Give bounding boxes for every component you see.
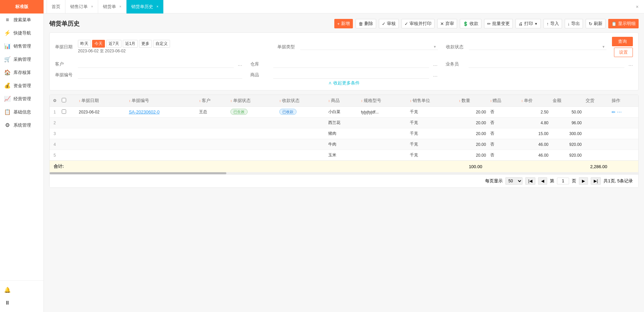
row-gear-4: 5 (50, 150, 60, 161)
next-page-button[interactable]: ▶ (579, 177, 588, 185)
tabs-close-all[interactable]: × (633, 4, 641, 9)
refresh-button[interactable]: ↻ 刷新 (586, 19, 606, 28)
batch-change-button[interactable]: ✏ 批量变更 (484, 19, 513, 28)
export-icon: ↓ (568, 21, 570, 26)
tab-sales-history[interactable]: 销货单历史 × (127, 0, 164, 14)
delete-button[interactable]: 🗑 删除 (356, 19, 376, 28)
table-footer: 合计: 100.00 2,286.00 (50, 160, 638, 172)
show-detail-button[interactable]: 📋 显示明细 (608, 19, 639, 28)
doc-no-link-0[interactable]: SA-20230602-0 (129, 109, 160, 114)
th-goods[interactable]: 商品 (326, 95, 359, 107)
row-doc-status-2 (228, 128, 277, 139)
tab-sales-delivery-close[interactable]: × (119, 5, 121, 8)
row-gear-3: 4 (50, 139, 60, 150)
th-customer[interactable]: 客户 (197, 95, 228, 107)
row-operation-0: ✏⋯ (610, 107, 638, 118)
month-btn[interactable]: 近1月 (123, 40, 138, 48)
tab-sales-history-close[interactable]: × (157, 5, 159, 8)
abandon-button[interactable]: ✕ 弃审 (437, 19, 457, 28)
query-button[interactable]: 查询 (612, 37, 633, 46)
date-buttons: 昨天 今天 近7天 近1月 更多 自定义 (78, 40, 170, 48)
th-amount-label: 金额 (553, 98, 561, 103)
tab-sales-delivery[interactable]: 销货单 × (98, 0, 127, 14)
more-op-icon-0[interactable]: ⋯ (617, 109, 622, 115)
th-settings[interactable]: ⚙ (50, 95, 60, 107)
audit-button[interactable]: ✓ 审核 (379, 19, 399, 28)
th-sales-unit[interactable]: 销售单位 (408, 95, 457, 107)
sidebar-item-sales-mgmt[interactable]: 📊 销售管理 (0, 40, 44, 53)
audit-icon: ✓ (382, 21, 386, 26)
print-button[interactable]: 🖨 打印 ▼ (515, 19, 541, 28)
audit-print-button[interactable]: ✓ 审核并打印 (401, 19, 435, 28)
payment-status-badge-0: 已收款 (279, 109, 297, 115)
payment-status-select[interactable]: ▼ (469, 44, 607, 50)
th-doc-date[interactable]: 单据日期 (77, 95, 127, 107)
edit-icon-0[interactable]: ✏ (612, 109, 616, 115)
th-spec[interactable]: 规格型号 (359, 95, 408, 107)
tab-sales-order-close[interactable]: × (91, 5, 93, 8)
warehouse-input[interactable] (273, 60, 429, 68)
customer-dots[interactable]: ... (238, 61, 242, 67)
first-page-button[interactable]: |◀ (525, 177, 535, 185)
import-button[interactable]: ↑ 导入 (543, 19, 562, 28)
salesman-dots[interactable]: ... (628, 61, 633, 67)
row-customer-4 (197, 150, 228, 161)
new-button[interactable]: + 新增 (334, 19, 353, 28)
new-icon: + (337, 21, 340, 26)
page-title: 销货单历史 (49, 20, 80, 28)
salesman-input[interactable] (469, 60, 624, 68)
per-page-select[interactable]: 50 100 200 (505, 177, 523, 185)
sidebar-notification[interactable]: 🔔 (0, 283, 44, 296)
sidebar-item-label: 系统管理 (13, 122, 31, 128)
sidebar-item-ops-mgmt[interactable]: 📈 经营管理 (0, 92, 44, 105)
docno-input[interactable] (78, 71, 242, 79)
th-doc-status[interactable]: 单据状态 (228, 95, 277, 107)
row-gift-3: 否 (488, 139, 520, 150)
set-button[interactable]: 设置 (614, 48, 633, 57)
th-quantity[interactable]: 数量 (457, 95, 488, 107)
doctype-select[interactable]: ▼ (300, 44, 438, 50)
sidebar-item-basic-info[interactable]: 📋 基础信息 (0, 105, 44, 119)
sidebar-pause[interactable]: ⏸ (0, 296, 44, 309)
tab-sales-order[interactable]: 销售订单 × (65, 0, 98, 14)
export-button[interactable]: ↓ 导出 (565, 19, 583, 28)
th-gift[interactable]: 赠品 (488, 95, 520, 107)
custom-btn[interactable]: 自定义 (153, 40, 170, 48)
sidebar-logo: 标准版 (0, 0, 44, 14)
last-page-button[interactable]: ▶| (591, 177, 601, 185)
sidebar-item-search-menu[interactable]: ≡ 搜索菜单 (0, 14, 44, 26)
page-input[interactable] (557, 178, 569, 184)
th-payment-status[interactable]: 收款状态 (277, 95, 326, 107)
yesterday-btn[interactable]: 昨天 (78, 40, 91, 48)
sidebar: 标准版 ≡ 搜索菜单 ⚡ 快捷导航 📊 销售管理 🛒 采购管理 🏠 库存核算 💰… (0, 0, 44, 312)
sidebar-item-label: 采购管理 (13, 56, 31, 62)
more-btn[interactable]: 更多 (139, 40, 152, 48)
sidebar-item-quick-nav[interactable]: ⚡ 快捷导航 (0, 26, 44, 40)
select-all-checkbox[interactable] (62, 98, 66, 102)
goods-dots[interactable]: ... (433, 72, 438, 78)
row-check-0[interactable] (62, 109, 66, 114)
row-unit-price-2: 15.00 (519, 128, 551, 139)
row-checkbox-0 (60, 107, 77, 118)
th-unit-price[interactable]: 单价 (519, 95, 551, 107)
row-goods-4: 玉米 (326, 150, 359, 161)
prev-page-button[interactable]: ◀ (538, 177, 547, 185)
sidebar-item-funds-mgmt[interactable]: 💰 资金管理 (0, 79, 44, 92)
tab-sales-order-label: 销售订单 (70, 4, 88, 10)
table-row: 5 玉米 千克 20.00 否 46.00 920.00 (50, 150, 638, 161)
warehouse-dots[interactable]: ... (433, 61, 438, 67)
today-btn[interactable]: 今天 (92, 40, 105, 48)
query-actions: 查询 设置 (612, 37, 633, 57)
sidebar-item-inventory-calc[interactable]: 🏠 库存核算 (0, 66, 44, 79)
customer-input[interactable] (78, 60, 234, 68)
tab-home[interactable]: 首页 (47, 0, 65, 14)
tab-bar: 首页 销售订单 × 销货单 × 销货单历史 × × (44, 0, 644, 14)
collect-button[interactable]: 💲 收款 (460, 19, 481, 28)
sidebar-item-system-mgmt[interactable]: ⚙ 系统管理 (0, 119, 44, 132)
goods-input[interactable] (273, 71, 429, 79)
goods-label: 商品 (250, 72, 271, 78)
collapse-bar[interactable]: ∧ 收起更多条件 (55, 79, 633, 86)
th-doc-no[interactable]: 单据编号 (127, 95, 197, 107)
week-btn[interactable]: 近7天 (106, 40, 121, 48)
sidebar-item-purchase-mgmt[interactable]: 🛒 采购管理 (0, 53, 44, 66)
